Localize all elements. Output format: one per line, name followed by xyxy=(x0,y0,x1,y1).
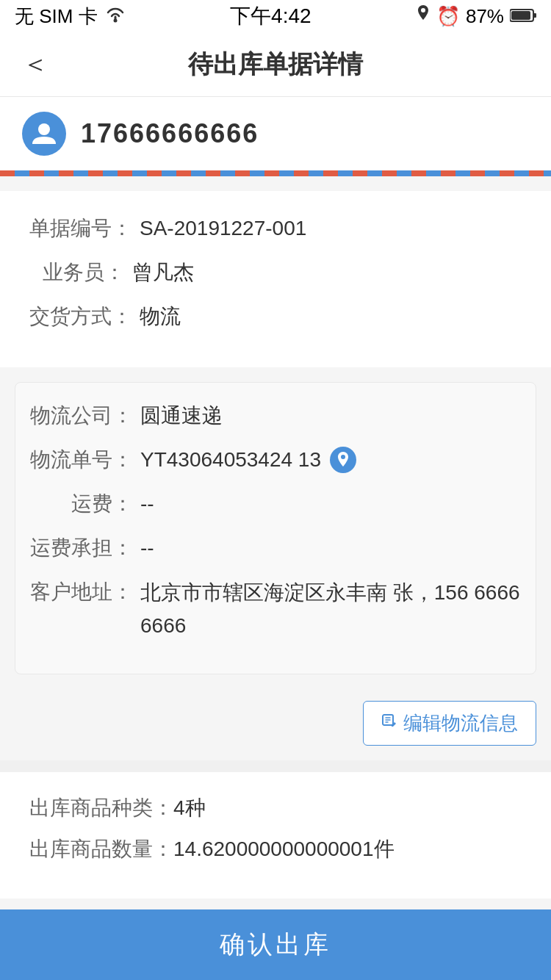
freight-value: -- xyxy=(133,489,521,519)
goods-quantity-label: 出库商品数量： xyxy=(29,835,173,863)
salesman-value: 曾凡杰 xyxy=(125,257,522,288)
address-value: 北京市市辖区海淀区永丰南 张，156 6666 6666 xyxy=(133,577,521,643)
company-row: 物流公司： 圆通速递 xyxy=(30,400,521,431)
document-label: 单据编号： xyxy=(29,213,132,244)
freight-label: 运费： xyxy=(30,489,133,519)
section-divider xyxy=(0,760,551,772)
freight-bear-label: 运费承担： xyxy=(30,533,133,563)
status-bar: 无 SIM 卡 下午4:42 ⏰ 87% xyxy=(0,0,551,32)
alarm-icon: ⏰ xyxy=(436,5,460,28)
address-row: 客户地址： 北京市市辖区海淀区永丰南 张，156 6666 6666 xyxy=(30,577,521,643)
goods-quantity-row: 出库商品数量： 14.620000000000001件 xyxy=(29,835,522,863)
battery-label: 87% xyxy=(466,5,504,28)
goods-quantity-value: 14.620000000000001件 xyxy=(173,835,395,863)
status-left: 无 SIM 卡 xyxy=(15,4,126,29)
document-value: SA-20191227-001 xyxy=(132,213,522,244)
address-label: 客户地址： xyxy=(30,577,133,608)
edit-btn-row: 编辑物流信息 xyxy=(0,689,551,760)
svg-rect-2 xyxy=(533,13,536,18)
time-label: 下午4:42 xyxy=(230,2,311,30)
company-label: 物流公司： xyxy=(30,400,133,431)
delivery-row: 交货方式： 物流 xyxy=(29,301,522,332)
delivery-value: 物流 xyxy=(132,301,522,332)
svg-point-4 xyxy=(38,123,50,135)
goods-section: 出库商品种类： 4种 出库商品数量： 14.620000000000001件 xyxy=(0,772,551,898)
back-button[interactable]: ＜ xyxy=(22,39,63,90)
map-pin-icon[interactable] xyxy=(330,447,356,473)
tracking-row: 物流单号： YT43064053424 13 xyxy=(30,444,521,475)
nav-bar: ＜ 待出库单据详情 xyxy=(0,32,551,97)
basic-info-section: 单据编号： SA-20191227-001 业务员： 曾凡杰 交货方式： 物流 xyxy=(0,191,551,367)
edit-logistics-label: 编辑物流信息 xyxy=(403,710,518,736)
company-value: 圆通速递 xyxy=(133,400,521,431)
freight-row: 运费： -- xyxy=(30,489,521,519)
edit-logistics-button[interactable]: 编辑物流信息 xyxy=(363,701,536,746)
location-icon xyxy=(416,5,431,28)
battery-icon xyxy=(510,5,536,28)
delivery-label: 交货方式： xyxy=(29,301,132,332)
confirm-bar[interactable]: 确认出库 xyxy=(0,909,551,980)
freight-bear-row: 运费承担： -- xyxy=(30,533,521,563)
salesman-row: 业务员： 曾凡杰 xyxy=(29,257,522,288)
svg-point-0 xyxy=(113,18,117,22)
carrier-label: 无 SIM 卡 xyxy=(15,4,98,29)
user-strip: 17666666666 xyxy=(0,97,551,170)
user-phone: 17666666666 xyxy=(81,118,259,149)
salesman-label: 业务员： xyxy=(29,257,125,288)
tracking-number: YT43064053424 13 xyxy=(140,444,321,475)
page-title: 待出库单据详情 xyxy=(188,48,363,82)
logistics-card: 物流公司： 圆通速递 物流单号： YT43064053424 13 运费： --… xyxy=(15,382,536,674)
user-avatar xyxy=(22,112,66,156)
freight-bear-value: -- xyxy=(133,533,521,563)
tracking-value-container: YT43064053424 13 xyxy=(133,444,521,475)
edit-icon xyxy=(381,712,397,735)
confirm-label: 确认出库 xyxy=(220,928,331,962)
document-row: 单据编号： SA-20191227-001 xyxy=(29,213,522,244)
status-right: ⏰ 87% xyxy=(416,5,536,28)
goods-type-label: 出库商品种类： xyxy=(29,794,173,822)
goods-type-row: 出库商品种类： 4种 xyxy=(29,794,522,822)
wifi-icon xyxy=(105,5,126,28)
tracking-label: 物流单号： xyxy=(30,444,133,475)
goods-type-value: 4种 xyxy=(173,794,206,822)
svg-rect-3 xyxy=(511,11,530,20)
dashed-divider xyxy=(0,170,551,176)
